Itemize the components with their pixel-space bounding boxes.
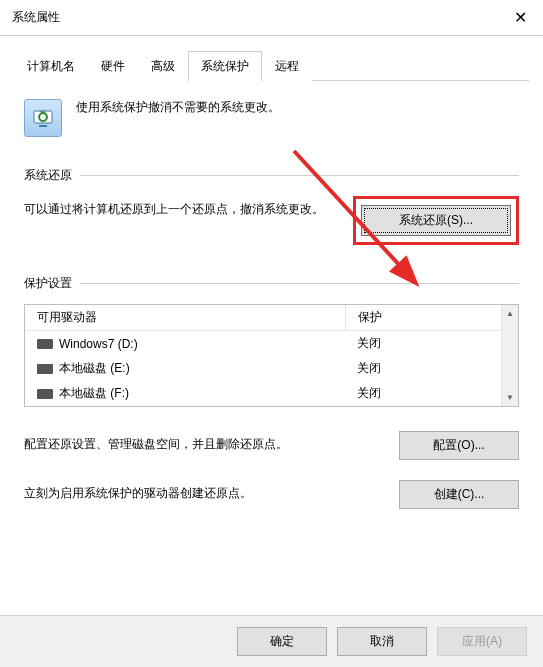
close-button[interactable]: ✕ <box>497 0 543 36</box>
tab-remote[interactable]: 远程 <box>262 51 312 81</box>
col-drive[interactable]: 可用驱动器 <box>25 305 345 331</box>
dialog-footer: 确定 取消 应用(A) <box>0 615 543 667</box>
tab-panel-system-protection: 使用系统保护撤消不需要的系统更改。 系统还原 可以通过将计算机还原到上一个还原点… <box>14 81 529 621</box>
ok-button[interactable]: 确定 <box>237 627 327 656</box>
drive-icon <box>37 364 53 374</box>
drive-label: 本地磁盘 (E:) <box>59 361 130 375</box>
drive-label: Windows7 (D:) <box>59 337 138 351</box>
intro-text: 使用系统保护撤消不需要的系统更改。 <box>76 99 280 116</box>
drive-status: 关闭 <box>345 356 517 381</box>
cancel-button[interactable]: 取消 <box>337 627 427 656</box>
tab-computer-name[interactable]: 计算机名 <box>14 51 88 81</box>
restore-row: 可以通过将计算机还原到上一个还原点，撤消系统更改。 系统还原(S)... <box>24 196 519 245</box>
tab-strip: 计算机名 硬件 高级 系统保护 远程 <box>14 50 529 81</box>
table-row[interactable]: 本地磁盘 (E:) 关闭 <box>25 356 518 381</box>
restore-header: 系统还原 <box>24 167 519 184</box>
drive-status: 关闭 <box>345 381 517 406</box>
table-scrollbar[interactable]: ▲ ▼ <box>501 305 518 406</box>
protection-header-label: 保护设置 <box>24 275 72 292</box>
table-row[interactable]: 本地磁盘 (F:) 关闭 <box>25 381 518 406</box>
create-button[interactable]: 创建(C)... <box>399 480 519 509</box>
table-row[interactable]: Windows7 (D:) 关闭 <box>25 331 518 357</box>
drive-icon <box>37 339 53 349</box>
scroll-up-icon[interactable]: ▲ <box>502 305 518 322</box>
configure-row: 配置还原设置、管理磁盘空间，并且删除还原点。 配置(O)... <box>24 431 519 460</box>
system-restore-button[interactable]: 系统还原(S)... <box>361 205 511 236</box>
restore-text: 可以通过将计算机还原到上一个还原点，撤消系统更改。 <box>24 196 333 219</box>
apply-button[interactable]: 应用(A) <box>437 627 527 656</box>
configure-text: 配置还原设置、管理磁盘空间，并且删除还原点。 <box>24 431 379 454</box>
drive-status: 关闭 <box>345 331 517 357</box>
content-area: 计算机名 硬件 高级 系统保护 远程 使用系统保护撤消不需要的系统更改。 系统还… <box>0 36 543 621</box>
create-row: 立刻为启用系统保护的驱动器创建还原点。 创建(C)... <box>24 480 519 509</box>
drive-label: 本地磁盘 (F:) <box>59 386 129 400</box>
divider <box>80 283 519 284</box>
restore-header-label: 系统还原 <box>24 167 72 184</box>
tab-advanced[interactable]: 高级 <box>138 51 188 81</box>
drive-icon <box>37 389 53 399</box>
divider <box>80 175 519 176</box>
window-title: 系统属性 <box>12 9 60 26</box>
tab-system-protection[interactable]: 系统保护 <box>188 51 262 81</box>
system-protection-icon <box>24 99 62 137</box>
col-protection[interactable]: 保护 <box>345 305 517 331</box>
protection-header: 保护设置 <box>24 275 519 292</box>
titlebar: 系统属性 ✕ <box>0 0 543 36</box>
restore-button-highlight: 系统还原(S)... <box>353 196 519 245</box>
create-text: 立刻为启用系统保护的驱动器创建还原点。 <box>24 480 379 503</box>
tab-hardware[interactable]: 硬件 <box>88 51 138 81</box>
svg-rect-2 <box>39 125 47 127</box>
drive-table: 可用驱动器 保护 Windows7 (D:) 关闭 本地磁盘 (E:) 关闭 本… <box>24 304 519 407</box>
configure-button[interactable]: 配置(O)... <box>399 431 519 460</box>
intro-row: 使用系统保护撤消不需要的系统更改。 <box>24 99 519 137</box>
scroll-down-icon[interactable]: ▼ <box>502 389 518 406</box>
